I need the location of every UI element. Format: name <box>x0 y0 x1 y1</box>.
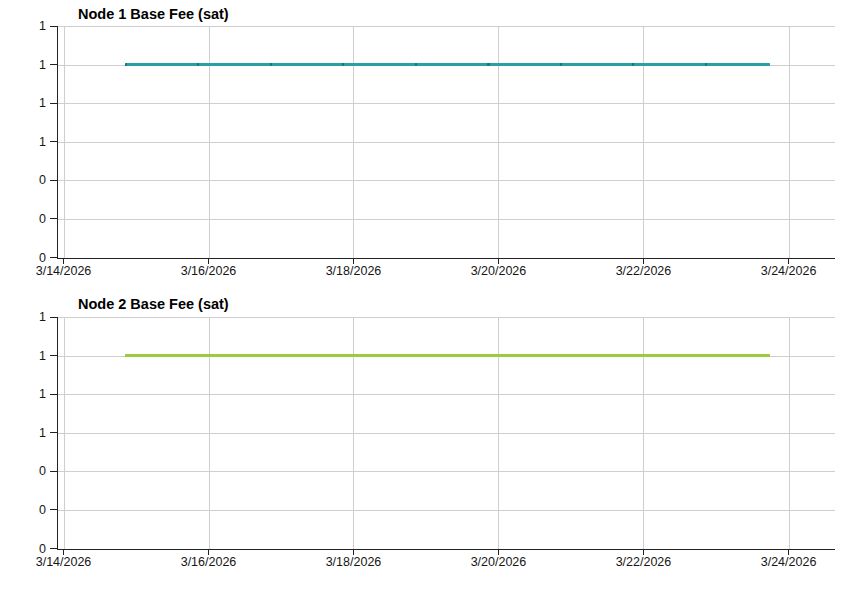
x-tick-label: 3/16/2026 <box>164 554 254 570</box>
y-axis-line <box>57 317 59 550</box>
y-tick-label: 1 <box>16 309 46 325</box>
y-gridline <box>58 471 835 472</box>
x-tick-label: 3/20/2026 <box>453 554 543 570</box>
y-tick-label: 1 <box>16 386 46 402</box>
x-tick-label: 3/22/2026 <box>598 554 688 570</box>
chart-title-node2: Node 2 Base Fee (sat) <box>78 296 229 312</box>
y-tick-label: 0 <box>16 463 46 479</box>
y-tick-label: 0 <box>16 502 46 518</box>
x-tick-label: 3/24/2026 <box>744 554 834 570</box>
plot-top-border <box>58 317 835 318</box>
series-line-node2-base-fee[interactable] <box>125 354 770 357</box>
chart-node2-base-fee: Node 2 Base Fee (sat) 11110003/14/20263/… <box>0 0 860 600</box>
y-tick-label: 1 <box>16 425 46 441</box>
y-gridline <box>58 433 835 434</box>
x-tick-label: 3/14/2026 <box>19 554 109 570</box>
y-gridline <box>58 510 835 511</box>
y-gridline <box>58 394 835 395</box>
y-tick-label: 1 <box>16 348 46 364</box>
x-tick-label: 3/18/2026 <box>308 554 398 570</box>
x-axis-line <box>57 549 836 551</box>
